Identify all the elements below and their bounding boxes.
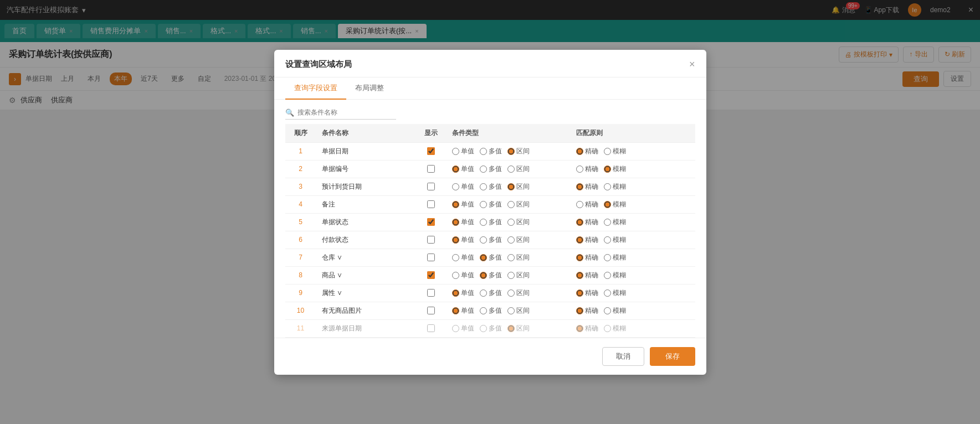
type-radio-item[interactable]: 多值: [480, 164, 502, 174]
display-checkbox[interactable]: [427, 147, 435, 155]
type-radio-item[interactable]: 多值: [480, 200, 502, 209]
cancel-button[interactable]: 取消: [602, 347, 644, 366]
row-type-cell: 单值多值区间: [447, 302, 571, 319]
display-checkbox[interactable]: [427, 307, 435, 314]
row-order: 5: [285, 213, 316, 231]
match-radio-item[interactable]: 精确: [576, 253, 598, 262]
match-radio-item[interactable]: 模糊: [604, 218, 626, 227]
match-radio-item[interactable]: 精确: [576, 147, 598, 156]
type-radio-item[interactable]: 多值: [480, 306, 502, 316]
match-radio-item[interactable]: 模糊: [604, 200, 626, 209]
row-condition-name: 仓库 ∨: [316, 249, 415, 266]
row-match-cell: 精确模糊: [571, 231, 695, 249]
row-match-cell: 精确模糊: [571, 319, 695, 337]
match-radio-item[interactable]: 精确: [576, 200, 598, 209]
display-checkbox[interactable]: [427, 324, 435, 332]
match-radio-item[interactable]: 模糊: [604, 324, 626, 333]
row-order: 2: [285, 160, 316, 178]
type-radio-item[interactable]: 单值: [452, 253, 474, 262]
display-checkbox[interactable]: [427, 218, 435, 226]
type-radio-item[interactable]: 多值: [480, 147, 502, 156]
row-display-cell: [415, 142, 447, 160]
match-radio-item[interactable]: 精确: [576, 324, 598, 333]
display-checkbox[interactable]: [427, 254, 435, 261]
row-condition-name: 商品 ∨: [316, 266, 415, 284]
dialog-title: 设置查询区域布局: [285, 59, 352, 70]
row-order: 4: [285, 195, 316, 213]
type-radio-item[interactable]: 单值: [452, 306, 474, 316]
row-type-cell: 单值多值区间: [447, 195, 571, 213]
match-radio-item[interactable]: 模糊: [604, 235, 626, 245]
match-radio-item[interactable]: 精确: [576, 182, 598, 192]
match-radio-item[interactable]: 精确: [576, 306, 598, 316]
type-radio-item[interactable]: 单值: [452, 288, 474, 298]
match-radio-item[interactable]: 精确: [576, 164, 598, 174]
type-radio-item[interactable]: 区间: [507, 147, 530, 156]
type-radio-item[interactable]: 区间: [507, 235, 530, 245]
type-radio-item[interactable]: 区间: [507, 306, 530, 316]
display-checkbox[interactable]: [427, 271, 435, 279]
match-radio-item[interactable]: 精确: [576, 288, 598, 298]
row-display-cell: [415, 249, 447, 266]
display-checkbox[interactable]: [427, 236, 435, 244]
display-checkbox[interactable]: [427, 200, 435, 208]
type-radio-item[interactable]: 区间: [507, 324, 530, 333]
row-display-cell: [415, 284, 447, 302]
type-radio-item[interactable]: 单值: [452, 271, 474, 280]
type-radio-item[interactable]: 区间: [507, 218, 530, 227]
search-input-wrap: 🔍: [285, 106, 396, 120]
type-radio-item[interactable]: 多值: [480, 271, 502, 280]
row-order: 9: [285, 284, 316, 302]
type-radio-item[interactable]: 区间: [507, 253, 530, 262]
col-match: 匹配原则: [571, 124, 695, 143]
row-condition-name: 有无商品图片: [316, 302, 415, 319]
type-radio-item[interactable]: 多值: [480, 253, 502, 262]
match-radio-item[interactable]: 精确: [576, 235, 598, 245]
match-radio-item[interactable]: 模糊: [604, 182, 626, 192]
display-checkbox[interactable]: [427, 183, 435, 190]
match-radio-item[interactable]: 模糊: [604, 306, 626, 316]
type-radio-item[interactable]: 单值: [452, 218, 474, 227]
tab-query-fields[interactable]: 查询字段设置: [285, 77, 346, 100]
row-order: 10: [285, 302, 316, 319]
type-radio-item[interactable]: 单值: [452, 235, 474, 245]
match-radio-item[interactable]: 模糊: [604, 164, 626, 174]
match-radio-item[interactable]: 模糊: [604, 147, 626, 156]
dialog-close-button[interactable]: ×: [689, 59, 695, 70]
type-radio-item[interactable]: 多值: [480, 235, 502, 245]
type-radio-item[interactable]: 单值: [452, 164, 474, 174]
match-radio-item[interactable]: 精确: [576, 271, 598, 280]
type-radio-item[interactable]: 区间: [507, 288, 530, 298]
match-radio-item[interactable]: 精确: [576, 218, 598, 227]
type-radio-item[interactable]: 多值: [480, 218, 502, 227]
type-radio-item[interactable]: 单值: [452, 324, 474, 333]
match-radio-item[interactable]: 模糊: [604, 288, 626, 298]
type-radio-item[interactable]: 多值: [480, 182, 502, 192]
type-radio-item[interactable]: 单值: [452, 182, 474, 192]
search-input[interactable]: [297, 108, 386, 116]
tab-layout-adjust[interactable]: 布局调整: [346, 77, 393, 100]
type-radio-item[interactable]: 单值: [452, 147, 474, 156]
col-name: 条件名称: [316, 124, 415, 143]
match-radio-item[interactable]: 模糊: [604, 253, 626, 262]
table-row: 11来源单据日期单值多值区间精确模糊: [285, 319, 695, 337]
display-checkbox[interactable]: [427, 165, 435, 173]
save-button[interactable]: 保存: [650, 347, 695, 366]
type-radio-item[interactable]: 区间: [507, 182, 530, 192]
type-radio-item[interactable]: 区间: [507, 200, 530, 209]
row-order: 3: [285, 178, 316, 195]
display-checkbox[interactable]: [427, 289, 435, 297]
row-display-cell: [415, 231, 447, 249]
type-radio-item[interactable]: 区间: [507, 271, 530, 280]
row-type-cell: 单值多值区间: [447, 231, 571, 249]
modal-overlay: 设置查询区域布局 × 查询字段设置 布局调整 🔍 顺序: [0, 0, 980, 424]
type-radio-item[interactable]: 多值: [480, 324, 502, 333]
row-type-cell: 单值多值区间: [447, 266, 571, 284]
table-row: 4备注单值多值区间精确模糊: [285, 195, 695, 213]
row-order: 8: [285, 266, 316, 284]
type-radio-item[interactable]: 多值: [480, 288, 502, 298]
col-order: 顺序: [285, 124, 316, 143]
type-radio-item[interactable]: 区间: [507, 164, 530, 174]
match-radio-item[interactable]: 模糊: [604, 271, 626, 280]
type-radio-item[interactable]: 单值: [452, 200, 474, 209]
